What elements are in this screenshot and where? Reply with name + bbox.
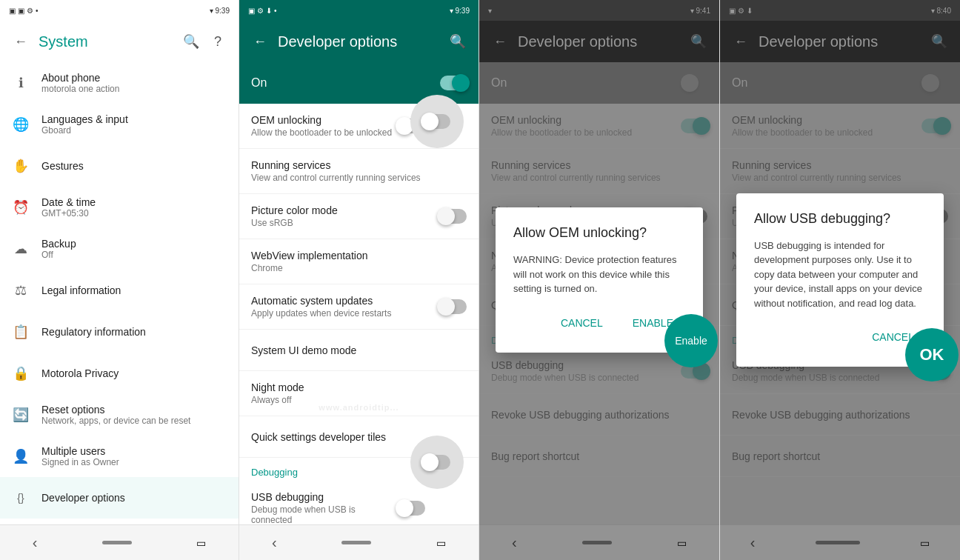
datetime-icon: ⏰ [12,199,30,216]
backup-icon: ☁ [12,240,30,258]
page-title-1: System [39,33,173,50]
search-icon-2[interactable]: 🔍 [449,33,467,50]
webview-sub: Chrome [251,263,467,273]
legal-text: Legal information [41,284,121,296]
oem-toggle-large[interactable] [424,114,450,129]
webview-title: WebView implementation [251,250,467,261]
panel-system-settings: ▣ ▣ ⚙ • ▾ 9:39 ← System 🔍 ? ℹ About phon… [0,0,239,560]
search-icon-1[interactable]: 🔍 [182,33,200,50]
page-title-2: Developer options [278,33,440,50]
oem-toggle-large-circle[interactable] [410,95,464,148]
usb-toggle-large[interactable] [424,455,450,470]
back-nav-btn-1[interactable]: ‹ [33,534,38,551]
time-2: 9:39 [456,7,470,15]
developer-label: Developer options [41,492,125,504]
picture-color-sub: Use sRGB [251,218,440,228]
sidebar-item-about[interactable]: ℹ About phone motorola one action [0,62,239,104]
picture-color-toggle[interactable] [440,209,467,224]
help-icon-1[interactable]: ? [209,33,227,50]
running-services-item[interactable]: Running services View and control curren… [239,149,479,194]
auto-updates-sub: Apply updates when device restarts [251,308,440,319]
home-indicator-1[interactable] [102,541,132,544]
back-nav-btn-2[interactable]: ‹ [272,534,277,551]
auto-updates-toggle[interactable] [440,299,467,314]
reset-text: Reset options Network, apps, or device c… [41,404,190,426]
home-indicator-2[interactable] [341,541,371,544]
languages-sub: Gboard [41,125,128,136]
auto-updates-title: Automatic system updates [251,295,440,307]
about-sub: motorola one action [41,84,119,94]
sidebar-item-languages[interactable]: 🌐 Languages & input Gboard [0,104,239,145]
sidebar-item-backup[interactable]: ☁ Backup Off [0,228,239,270]
back-icon-1[interactable]: ← [12,33,30,50]
users-text: Multiple users Signed in as Owner [41,445,119,467]
top-bar-2: ← Developer options 🔍 [239,21,479,62]
picture-color-title: Picture color mode [251,204,440,216]
gestures-icon: ✋ [12,157,30,175]
panel-oem-dialog: ▾ ▾ 9:41 ← Developer options 🔍 On OEM un… [479,0,720,560]
sidebar-item-system-updates[interactable]: 📱 System updates Updated to Android 9 [0,519,239,524]
usb-debug-toggle[interactable] [399,501,425,516]
status-bar-1: ▣ ▣ ⚙ • ▾ 9:39 [0,0,239,21]
oem-cancel-button[interactable]: Cancel [549,311,615,335]
ok-circle-button[interactable]: OK [905,328,959,381]
top-bar-1: ← System 🔍 ? [0,21,239,62]
sidebar-item-gestures[interactable]: ✋ Gestures [0,145,239,187]
dev-options-toggle[interactable] [440,76,467,90]
oem-unlocking-sub: Allow the bootloader to be unlocked [251,127,399,138]
oem-dialog: Allow OEM unlocking? WARNING: Device pro… [496,207,703,353]
languages-text: Languages & input Gboard [41,113,128,136]
usb-debugging-sub: Debug mode when USB is connected [251,504,399,524]
backup-sub: Off [41,250,76,260]
oem-enable-button[interactable]: Enable [621,311,685,335]
sidebar-item-regulatory[interactable]: 📋 Regulatory information [0,311,239,353]
motorola-privacy-icon: 🔒 [12,364,30,382]
picture-color-text: Picture color mode Use sRGB [251,204,440,228]
usb-dialog-overlay: Allow USB debugging? USB debugging is in… [720,0,960,560]
oem-unlocking-text: OEM unlocking Allow the bootloader to be… [251,114,399,138]
sidebar-item-motorola-privacy[interactable]: 🔒 Motorola Privacy [0,353,239,394]
oem-dialog-actions: Cancel Enable [513,311,685,335]
picture-color-item[interactable]: Picture color mode Use sRGB [239,194,479,239]
panel-usb-dialog: ▣ ⚙ ⬇ ▾ 8:40 ← Developer options 🔍 On OE… [720,0,960,560]
oem-dialog-title: Allow OEM unlocking? [513,225,685,241]
backup-label: Backup [41,238,76,250]
system-settings-list: ℹ About phone motorola one action 🌐 Lang… [0,62,239,524]
night-mode-text: Night mode Always off [251,381,467,405]
demo-mode-title: System UI demo mode [251,344,467,356]
running-services-title: Running services [251,159,467,171]
notification-icon-3: ⚙ [27,7,33,15]
back-icon-2[interactable]: ← [251,33,269,50]
sidebar-item-users[interactable]: 👤 Multiple users Signed in as Owner [0,436,239,477]
webview-item[interactable]: WebView implementation Chrome [239,239,479,284]
status-icons-right-2: ▾ 9:39 [450,7,470,15]
motorola-privacy-label: Motorola Privacy [41,367,119,379]
status-bar-2: ▣ ⚙ ⬇ • ▾ 9:39 [239,0,479,21]
auto-updates-item[interactable]: Automatic system updates Apply updates w… [239,284,479,330]
oem-toggle-large-thumb [421,113,439,130]
night-mode-item[interactable]: Night mode Always off [239,371,479,416]
picture-color-thumb [437,207,455,225]
recents-nav-btn-2[interactable]: ▭ [436,537,446,549]
usb-toggle-large-circle[interactable] [410,436,464,489]
demo-mode-item[interactable]: System UI demo mode [239,330,479,371]
sidebar-item-legal[interactable]: ⚖ Legal information [0,270,239,311]
bottom-nav-2: ‹ ▭ [239,524,479,560]
auto-updates-text: Automatic system updates Apply updates w… [251,295,440,319]
datetime-sub: GMT+05:30 [41,208,96,219]
sidebar-item-datetime[interactable]: ⏰ Date & time GMT+05:30 [0,187,239,228]
recents-nav-btn-1[interactable]: ▭ [196,537,206,549]
languages-label: Languages & input [41,113,128,125]
sidebar-item-developer[interactable]: {} Developer options [0,477,239,519]
developer-icon: {} [12,489,30,507]
webview-text: WebView implementation Chrome [251,250,467,273]
regulatory-text: Regulatory information [41,326,146,338]
legal-icon: ⚖ [12,281,30,299]
sidebar-item-reset[interactable]: 🔄 Reset options Network, apps, or device… [0,394,239,436]
night-mode-sub: Always off [251,395,467,405]
wifi-icon-2: ▾ [450,7,453,15]
regulatory-icon: 📋 [12,323,30,341]
usb-dialog-wrapper: Allow USB debugging? USB debugging is in… [736,193,944,367]
wifi-icon-1: ▾ [210,7,213,15]
users-label: Multiple users [41,445,119,457]
